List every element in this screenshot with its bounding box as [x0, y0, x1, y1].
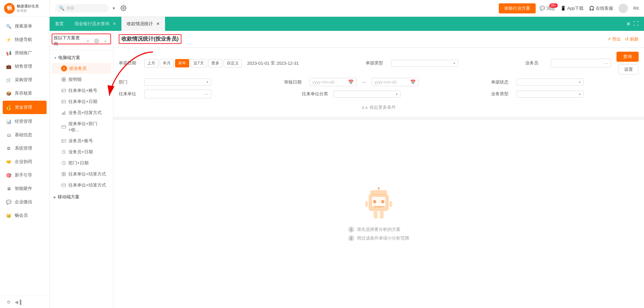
- sidebar-item-hardware[interactable]: 🖥 智能硬件: [0, 182, 49, 195]
- review-date-label: 审核日期: [284, 79, 304, 85]
- sidebar-item-wechat[interactable]: 💬 企业微信: [0, 195, 49, 209]
- sidebar-item-enterprise[interactable]: 🤝 企业协同: [0, 155, 49, 168]
- sidebar-item-sales[interactable]: 💼 销售管理: [0, 60, 49, 73]
- date-btn-7days[interactable]: 近7天: [191, 59, 207, 67]
- counter-date-icon: [61, 99, 66, 104]
- message-icon-item[interactable]: 💬 消息 99+: [540, 5, 555, 11]
- biz-type-select[interactable]: ▾: [517, 91, 584, 98]
- sidebar-item-newbie[interactable]: 🎯 新手引导: [0, 168, 49, 182]
- mobile-section-header[interactable]: ▶ 移动端方案: [50, 192, 113, 202]
- tab-home[interactable]: 首页: [50, 17, 69, 31]
- counter-unit-select[interactable]: ···: [144, 90, 211, 98]
- date-start: 2023-01-01: [247, 61, 270, 66]
- tree-item-by-detail[interactable]: 按明细: [52, 74, 111, 85]
- header-search[interactable]: 🔍 搜索: [55, 4, 109, 12]
- collapse-more-button[interactable]: ∧∧ 收起更多条件: [362, 104, 396, 110]
- svg-rect-15: [62, 125, 66, 129]
- app-download-item[interactable]: 📱 App下载: [560, 5, 584, 11]
- tree-item-by-salesman[interactable]: 人 按业务员: [52, 63, 111, 74]
- left-panel-action-group: + «: [84, 37, 109, 45]
- tree-item-counter-settlement1[interactable]: 往来单位+结算方式: [52, 169, 111, 179]
- date-btn-this-month[interactable]: 本月: [160, 59, 174, 67]
- doc-type-select[interactable]: ▾: [391, 60, 458, 67]
- header-gear-icon[interactable]: [120, 5, 127, 12]
- settings-bottom-icon[interactable]: ⚙: [5, 299, 12, 305]
- counter-unit-classify-select[interactable]: ▾: [333, 91, 400, 98]
- date-btn-custom[interactable]: 自定义: [224, 59, 242, 67]
- doc-type-dropdown-icon: ▾: [453, 61, 455, 65]
- counter-unit-more-icon[interactable]: ···: [204, 91, 208, 97]
- sidebar-item-basic[interactable]: 🗂 基础信息: [0, 128, 49, 142]
- sidebar-item-inventory[interactable]: 📦 库存核算: [0, 87, 49, 100]
- sidebar: 畅 畅捷通好生意 标准版 🔍 搜索菜单 ⚡ 快捷导航 📢 营销推广 💼 销售管理…: [0, 0, 50, 308]
- app-download-icon: 📱: [560, 6, 566, 11]
- export-icon: ↗: [607, 37, 611, 42]
- sidebar-item-operations[interactable]: 📊 经营管理: [0, 115, 49, 128]
- sidebar-item-system[interactable]: ⚙ 系统管理: [0, 142, 49, 155]
- sidebar-item-wechat-label: 企业微信: [15, 199, 32, 205]
- sidebar-item-finance[interactable]: 💰 资金管理: [3, 101, 47, 114]
- tab-bank-close-icon[interactable]: ✕: [113, 21, 116, 26]
- tree-item-salesman-account-label: 业务员+账号: [68, 138, 93, 144]
- tree-item-salesman-account[interactable]: 业务员+账号: [52, 136, 111, 146]
- review-date-start-input[interactable]: yyyy-mm-dd 📅: [310, 78, 357, 86]
- scheme-settings-icon[interactable]: [93, 37, 100, 45]
- export-button[interactable]: ↗ 导出: [607, 36, 621, 42]
- sidebar-item-shortcut[interactable]: ⚡ 快捷导航: [0, 33, 49, 46]
- desktop-section-header[interactable]: ▼ 电脑端方案: [50, 53, 113, 63]
- svg-rect-3: [64, 78, 65, 79]
- tree-item-by-salesman-label: 按业务员: [69, 65, 87, 71]
- tree-item-salesman-settlement[interactable]: 业务员+结算方式: [52, 107, 111, 118]
- sidebar-item-marketing[interactable]: 📢 营销推广: [0, 46, 49, 60]
- settings-button[interactable]: 设置: [619, 64, 639, 74]
- tab-bank[interactable]: 现金银行流水查询 ✕: [69, 17, 121, 31]
- add-scheme-button[interactable]: +: [84, 37, 92, 45]
- refresh-button[interactable]: ↺ 刷新: [625, 36, 639, 42]
- tab-close-all-icon[interactable]: ✕: [626, 21, 631, 27]
- query-button[interactable]: 查询: [616, 52, 639, 62]
- header-dropdown-icon[interactable]: ▾: [113, 6, 115, 11]
- svg-rect-9: [62, 100, 66, 103]
- collapse-panel-icon[interactable]: «: [102, 37, 109, 45]
- newbie-icon: 🎯: [5, 172, 12, 178]
- search-icon-header: 🔍: [59, 6, 64, 11]
- tree-item-salesman-date-label: 业务员+日期: [68, 149, 93, 155]
- tree-item-counter-date[interactable]: 往来单位+日期: [52, 96, 111, 107]
- search-placeholder: 搜索: [66, 5, 74, 11]
- salesman-select[interactable]: ···: [551, 59, 611, 67]
- salesman-more-icon[interactable]: ···: [604, 60, 608, 66]
- tab-maximize-icon[interactable]: ⛶: [633, 21, 639, 27]
- sidebar-item-sales-label: 销售管理: [15, 63, 32, 69]
- sidebar-item-operations-label: 经营管理: [15, 118, 32, 124]
- svg-rect-13: [63, 112, 64, 114]
- sidebar-item-member[interactable]: 👑 畅会员: [0, 209, 49, 222]
- marketing-icon: 📢: [5, 50, 12, 56]
- review-date-end-input[interactable]: yyyy-mm-dd 📅: [372, 78, 419, 86]
- svg-rect-17: [62, 140, 66, 143]
- sidebar-menu: 🔍 搜索菜单 ⚡ 快捷导航 📢 营销推广 💼 销售管理 🛒 采购管理 📦 库存核…: [0, 17, 49, 296]
- doc-status-select[interactable]: ▾: [517, 79, 584, 86]
- date-btn-this-year[interactable]: 本年: [175, 59, 189, 67]
- sidebar-item-search[interactable]: 🔍 搜索菜单: [0, 19, 49, 33]
- tree-item-counter-dept[interactable]: 按来单位+部门+收...: [52, 118, 111, 135]
- collapse-sidebar-icon[interactable]: ◀▐: [15, 299, 21, 305]
- counter-account-icon: [61, 88, 66, 93]
- tree-item-salesman-date[interactable]: 业务员+日期: [52, 147, 111, 157]
- tree-item-dept-date[interactable]: 部门+日期: [52, 158, 111, 168]
- finance-icon: 💰: [5, 104, 12, 111]
- dept-select[interactable]: ▾: [144, 79, 211, 86]
- tab-collection[interactable]: 收款情况统计 ✕: [121, 17, 165, 31]
- empty-tip-2-text: 用过滤条件来缩小分析范围: [357, 235, 409, 241]
- date-btn-last-month[interactable]: 上月: [144, 59, 158, 67]
- tab-collection-close-icon[interactable]: ✕: [156, 21, 160, 26]
- trial-button[interactable]: 体验行业方案: [499, 3, 536, 13]
- user-avatar[interactable]: [619, 4, 628, 13]
- online-service-item[interactable]: 🎧 在线客服: [589, 5, 613, 11]
- counter-classify-dropdown-icon: ▾: [396, 92, 397, 96]
- svg-rect-2: [62, 78, 63, 79]
- sidebar-item-purchase[interactable]: 🛒 采购管理: [0, 73, 49, 87]
- tree-item-counter-settlement2[interactable]: 往来单位+结算方式: [52, 180, 111, 191]
- tree-item-counter-account[interactable]: 往来单位+账号: [52, 85, 111, 96]
- date-btn-more[interactable]: 更多: [208, 59, 222, 67]
- filter-row-1: 单据日期 上月 本月 本年 近7天 更多 自定义 2023-01-01 至 20…: [119, 52, 639, 74]
